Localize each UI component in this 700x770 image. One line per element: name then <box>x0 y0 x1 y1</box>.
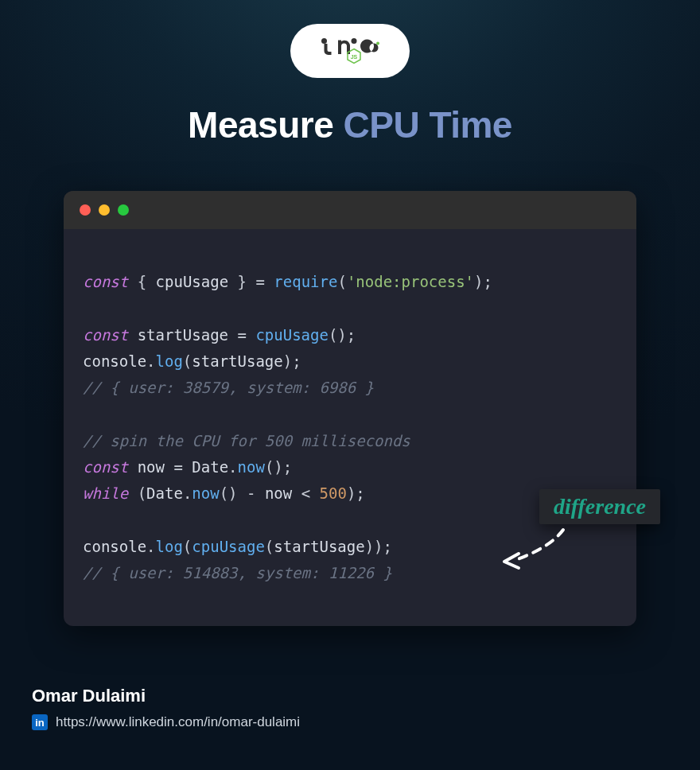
code-window: const { cpuUsage } = require('node:proce… <box>64 191 636 626</box>
annotation-difference: difference <box>539 489 660 524</box>
code-body: const { cpuUsage } = require('node:proce… <box>64 229 636 626</box>
window-minimize-dot <box>99 204 110 216</box>
footer: Omar Dulaimi in https://www.linkedin.com… <box>32 686 300 730</box>
svg-point-0 <box>321 38 327 44</box>
author-name: Omar Dulaimi <box>32 686 300 706</box>
author-link-row: in https://www.linkedin.com/in/omar-dula… <box>32 714 300 730</box>
title-part-2: CPU Time <box>344 104 512 146</box>
page-title: Measure CPU Time <box>0 103 700 146</box>
svg-text:JS: JS <box>351 54 358 60</box>
window-titlebar <box>64 191 636 229</box>
svg-point-1 <box>352 38 357 44</box>
author-link[interactable]: https://www.linkedin.com/in/omar-dulaimi <box>56 714 300 730</box>
node-badge: JS <box>290 24 410 78</box>
title-part-1: Measure <box>188 104 343 146</box>
nodejs-logo-icon: JS <box>310 29 390 73</box>
window-close-dot <box>80 204 91 216</box>
window-zoom-dot <box>118 204 129 216</box>
linkedin-icon: in <box>32 714 48 730</box>
svg-point-4 <box>376 42 379 45</box>
